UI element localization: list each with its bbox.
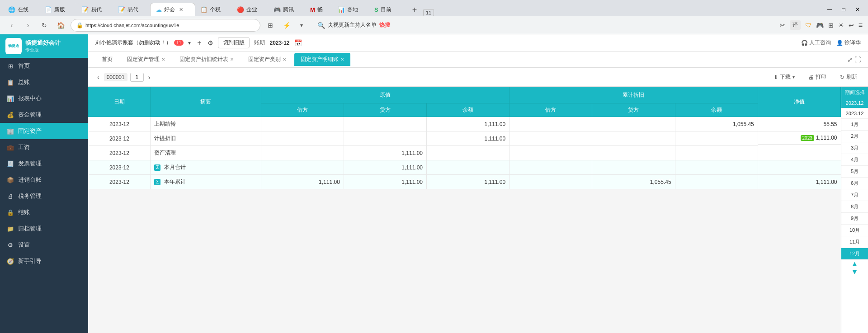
nav-back[interactable]: ‹	[5, 19, 18, 32]
browser-tab-gedi[interactable]: 📊 各地	[333, 3, 369, 16]
tab-asset-ledger[interactable]: 固定资产明细账 ✕	[294, 53, 350, 66]
calendar-icon[interactable]: 📅	[294, 39, 302, 47]
tab-maximize[interactable]: ⤢	[847, 56, 853, 63]
tab-home[interactable]: 首页	[95, 53, 119, 66]
cell-acc-credit	[592, 160, 675, 175]
boost-btn[interactable]: ⚡	[280, 19, 293, 32]
tab-count-badge: 11	[423, 9, 434, 16]
help-btn[interactable]: 🎧 人工咨询	[801, 39, 831, 47]
browser-tab-online[interactable]: 🌐 在线	[4, 3, 40, 16]
period-item-2[interactable]: 1月	[841, 119, 868, 131]
period-item-5[interactable]: 4月	[841, 154, 868, 166]
nav-refresh[interactable]: ↻	[38, 19, 51, 32]
settings-small-btn[interactable]: ⚙	[208, 39, 213, 47]
headset-icon: 🎧	[801, 40, 808, 46]
browser-tab-yidai2[interactable]: 📝 易代	[113, 3, 150, 16]
window-maximize[interactable]: □	[837, 3, 850, 16]
cell-acc-debit	[509, 160, 592, 175]
tab-fullscreen[interactable]: ⛶	[854, 56, 861, 63]
app-header: 刘小艳演示账套（勿删勿动！） 11 ▾ + ⚙ 切到旧版 账期 2023-12 …	[88, 34, 868, 52]
sidebar-item-tax[interactable]: 🖨 税务管理	[0, 188, 88, 204]
history-btn[interactable]: ↩	[849, 22, 854, 29]
browser-tab-haohao[interactable]: ☁ 好会 ✕	[150, 3, 195, 16]
sidebar-item-fixed-assets[interactable]: 🏢 固定资产	[0, 123, 88, 139]
period-item-13[interactable]: 12月	[841, 248, 868, 260]
sidebar-item-home[interactable]: ⊞ 首页	[0, 58, 88, 74]
sidebar-item-closing[interactable]: 🔒 结账	[0, 204, 88, 220]
tab-asset-category[interactable]: 固定资产类别 ✕	[242, 53, 292, 66]
game-btn[interactable]: 🎮	[816, 22, 824, 29]
cell-acc-credit	[592, 117, 675, 131]
browser-tab-geshuiy[interactable]: 📋 个税	[196, 3, 232, 16]
period-item-9[interactable]: 8月	[841, 201, 868, 213]
add-account-btn[interactable]: +	[195, 39, 203, 47]
browser-tab-chang[interactable]: M 畅	[306, 3, 333, 16]
theme-btn[interactable]: ☀	[838, 22, 844, 29]
tab-close-haohao[interactable]: ✕	[179, 7, 183, 13]
period-item-0[interactable]: 2023.12	[841, 98, 868, 108]
browser-tab-yidai1[interactable]: 📝 易代	[77, 3, 113, 16]
period-item-7[interactable]: 6月	[841, 178, 868, 189]
sidebar-item-salary[interactable]: 💼 工资	[0, 139, 88, 155]
sidebar-item-invoice[interactable]: 🧾 发票管理	[0, 155, 88, 172]
window-minimize[interactable]: ─	[823, 3, 836, 16]
translate-btn[interactable]: 译	[790, 20, 801, 30]
account-name: 刘小艳演示账套（勿删勿动！）	[95, 39, 171, 47]
cell-acc-debit	[509, 131, 592, 146]
nav-home[interactable]: 🏠	[54, 19, 67, 32]
account-dropdown-icon[interactable]: ▾	[188, 40, 191, 46]
address-dropdown[interactable]: ▾	[297, 20, 307, 30]
purchase-icon: 📦	[6, 177, 14, 183]
browser-tab-new[interactable]: 📄 新版	[40, 3, 76, 16]
tab-close-stats[interactable]: ✕	[230, 57, 234, 62]
tab-close-category[interactable]: ✕	[283, 57, 286, 62]
cell-summary: Σ 本月合计	[151, 160, 261, 175]
browser-tab-mubiao[interactable]: S 目前	[370, 3, 406, 16]
sidebar-item-reports[interactable]: 📊 报表中心	[0, 90, 88, 107]
tab-depreciation-stats[interactable]: 固定资产折旧统计表 ✕	[173, 53, 240, 66]
browser-tab-tencent[interactable]: 🎮 腾讯	[269, 3, 305, 16]
period-scroll-down[interactable]: ▼	[841, 268, 868, 276]
period-item-12[interactable]: 11月	[841, 236, 868, 248]
sidebar-item-archive[interactable]: 📁 归档管理	[0, 220, 88, 237]
grid-btn[interactable]: ⊞	[828, 22, 834, 29]
refresh-btn[interactable]: ↻ 刷新	[836, 71, 861, 83]
period-item-3[interactable]: 2月	[841, 131, 868, 142]
sidebar-item-settings[interactable]: ⚙ 设置	[0, 237, 88, 253]
period-scroll-up[interactable]: ▲	[841, 260, 868, 268]
download-btn[interactable]: ⬇ 下载 ▾	[770, 71, 798, 83]
page-prev[interactable]: ‹	[95, 74, 101, 81]
page-current-input[interactable]: 1	[130, 73, 144, 82]
menu-btn[interactable]: ≡	[859, 21, 863, 29]
add-tab-button[interactable]: +	[408, 4, 421, 16]
sidebar-item-purchase-sales[interactable]: 📦 进销台账	[0, 172, 88, 188]
cell-orig-balance	[427, 160, 509, 175]
window-close[interactable]: ✕	[851, 3, 864, 16]
sidebar-item-general-ledger[interactable]: 📋 总账	[0, 74, 88, 90]
shield-btn[interactable]: 🛡	[805, 22, 811, 29]
period-item-4[interactable]: 3月	[841, 142, 868, 154]
extensions-btn[interactable]: ⊞	[264, 19, 277, 32]
period-item-10[interactable]: 9月	[841, 213, 868, 225]
period-item-11[interactable]: 10月	[841, 225, 868, 236]
tab-close-mgmt[interactable]: ✕	[161, 57, 165, 62]
user-avatar[interactable]: 👤 徐译华	[836, 39, 861, 47]
tab-close-ledger[interactable]: ✕	[340, 57, 344, 62]
home-icon: ⊞	[6, 63, 14, 70]
sidebar-item-guide[interactable]: 🧭 新手引导	[0, 253, 88, 269]
sidebar-item-funds[interactable]: 💰 资金管理	[0, 107, 88, 123]
period-item-8[interactable]: 7月	[841, 189, 868, 201]
scissors-icon[interactable]: ✂	[780, 22, 785, 29]
address-input[interactable]: 🔒 https://cloud.chanjet.com/accounting/u…	[71, 19, 260, 32]
tab-fixed-assets-mgmt[interactable]: 固定资产管理 ✕	[121, 53, 171, 66]
browser-tab-qiye[interactable]: 🔴 企业	[232, 3, 269, 16]
period-item-1[interactable]: 2023.12	[841, 108, 868, 119]
nav-forward[interactable]: ›	[22, 19, 34, 32]
switch-version-btn[interactable]: 切到旧版	[218, 37, 250, 48]
page-next[interactable]: ›	[146, 74, 152, 81]
sidebar-menu: ⊞ 首页 📋 总账 📊 报表中心 💰 资金管理 🏢 固定资产 💼 工资	[0, 58, 88, 333]
print-btn[interactable]: 🖨 打印	[805, 71, 830, 83]
download-dropdown-icon[interactable]: ▾	[793, 75, 795, 80]
period-item-6[interactable]: 5月	[841, 166, 868, 178]
table-header-row-1: 日期 摘要 原值 累计折旧 净值	[89, 87, 841, 103]
